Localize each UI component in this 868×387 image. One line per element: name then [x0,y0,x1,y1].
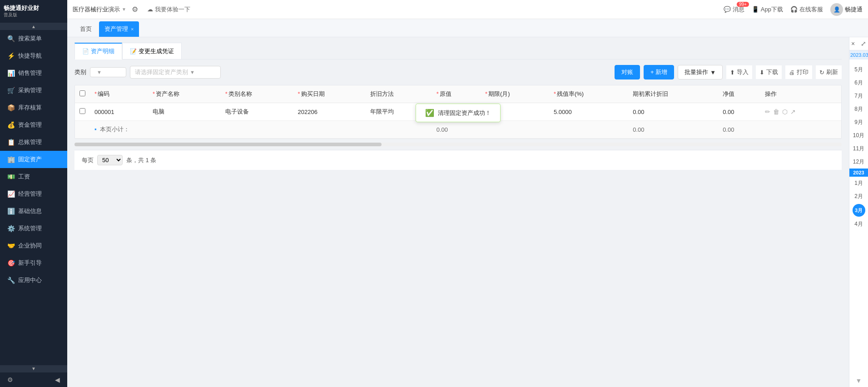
horizontal-scrollbar[interactable] [74,139,842,150]
tab-asset-management[interactable]: 资产管理 × [99,21,139,37]
sidebar-item-label: 经营管理 [18,190,42,198]
sidebar-item-search[interactable]: 🔍 搜索菜单 [0,30,67,47]
right-panel-month-9[interactable]: 9月 [849,116,868,129]
sidebar-item-fixed-assets[interactable]: 🏢 固定资产 [0,151,67,168]
sidebar-item-quick-nav[interactable]: ⚡ 快捷导航 [0,47,67,64]
customer-service-button[interactable]: 🎧 在线客服 [790,5,823,14]
edit-icon[interactable]: ✏ [765,108,770,115]
right-panel-month-5[interactable]: 5月 [849,63,868,76]
subtotal-empty-checkbox [75,121,90,139]
per-page-select[interactable]: 50 100 200 [97,155,123,165]
sidebar-item-basic-info[interactable]: ℹ️ 基础信息 [0,203,67,220]
sidebar-item-ledger[interactable]: 📋 总账管理 [0,134,67,151]
sidebar-scroll-down[interactable]: ▼ [0,365,67,372]
sidebar-item-purchase[interactable]: 🛒 采购管理 [0,82,67,99]
tab-close-button[interactable]: × [131,26,134,32]
sidebar-item-finance[interactable]: 💰 资金管理 [0,116,67,134]
sidebar-item-app-center[interactable]: 🔧 应用中心 [0,272,67,289]
right-panel-header: × ⤢ [849,37,868,50]
filter-asset-category-input[interactable]: 请选择固定资产类别 ▼ [130,66,221,79]
user-area[interactable]: 👤 畅捷通 [830,3,863,16]
right-panel-month-3-active[interactable]: 3月 [853,204,865,217]
sidebar-nav: 🔍 搜索菜单 ⚡ 快捷导航 📊 销售管理 🛒 采购管理 📦 库存核算 💰 资金管… [0,30,67,365]
right-panel-month-1[interactable]: 1月 [849,177,868,190]
company-title[interactable]: 医疗器械行业演示 ▼ [73,5,126,14]
right-panel-expand-icon[interactable]: ⤢ [861,40,866,47]
sidebar-item-cooperation[interactable]: 🤝 企业协同 [0,237,67,254]
subtotal-residual [549,121,628,139]
fixed-assets-icon: 🏢 [7,156,15,163]
sub-tab-asset-list[interactable]: 📄 资产明细 [74,43,122,60]
cell-purchase-date: 202206 [293,103,366,121]
delete-icon[interactable]: 🗑 [773,108,779,115]
reconcile-button[interactable]: 对账 [615,65,640,79]
tab-home[interactable]: 首页 [74,21,97,37]
print-icon: 🖨 [789,69,795,76]
right-panel-month-12[interactable]: 12月 [849,155,868,169]
select-all-header[interactable] [75,85,90,103]
right-panel-month-2[interactable]: 2月 [849,190,868,203]
subtotal-period [481,121,549,139]
app-download-button[interactable]: 📱 App下载 [752,5,783,14]
category-dropdown-icon: ▼ [97,69,102,75]
toolbar-right: 对账 + 新增 批量操作 ▼ ⬆ 导入 ⬇ 下载 [615,65,842,79]
tab-label: 资产管理 [104,25,128,33]
sidebar-item-label: 资金管理 [18,121,42,129]
right-panel-month-11[interactable]: 11月 [849,142,868,155]
right-panel-month-6[interactable]: 6月 [849,76,868,89]
filter-category-select[interactable]: ▼ [90,67,126,77]
row-checkbox[interactable] [79,108,85,114]
refresh-button[interactable]: ↻ 刷新 [816,65,842,79]
filter-category-label: 类别 [74,68,86,76]
message-badge: 99+ [737,2,749,7]
row-checkbox-cell[interactable] [75,103,90,121]
right-panel-month-10[interactable]: 10月 [849,129,868,142]
basic-info-icon: ℹ️ [7,208,15,215]
more-icon[interactable]: ↗ [790,108,796,115]
sidebar-scroll-up[interactable]: ▲ [0,23,67,30]
scrollbar-thumb[interactable] [74,143,382,146]
print-button[interactable]: 🖨 打印 [785,65,812,79]
sub-tab-label: 资产明细 [91,47,114,55]
inventory-icon: 📦 [7,104,15,111]
toolbar-left: 类别 ▼ 请选择固定资产类别 ▼ [74,66,611,79]
new-button[interactable]: + 新增 [644,65,674,79]
cooperation-icon: 🤝 [7,242,15,249]
import-button[interactable]: ⬆ 导入 [726,65,752,79]
select-all-checkbox[interactable] [79,90,85,96]
sidebar-item-label: 销售管理 [18,69,42,77]
download-button[interactable]: ⬇ 下载 [756,65,782,79]
sidebar-item-sales[interactable]: 📊 销售管理 [0,64,67,82]
settings-icon[interactable]: ⚙ [7,376,13,383]
right-panel-year-label[interactable]: 2023.03 [849,50,868,60]
collapse-icon[interactable]: ◀ [55,376,60,383]
sub-tab-change-voucher[interactable]: 📝 变更生成凭证 [122,43,182,59]
scrollbar-track[interactable] [74,143,842,146]
customer-service-icon: 🎧 [790,6,798,13]
right-panel-close-icon[interactable]: × [851,40,855,47]
refresh-icon: ↻ [819,69,824,76]
right-panel-month-4[interactable]: 4月 [849,218,868,231]
sidebar-item-label: 固定资产 [18,155,42,164]
toast-message: 清理固定资产成功！ [438,109,491,117]
col-depreciation-method: 折旧方法 [366,85,432,103]
copy-icon[interactable]: ⬡ [782,108,788,115]
sidebar-item-label: 应用中心 [18,276,42,284]
sidebar-item-label: 新手引导 [18,259,42,267]
sidebar-item-system[interactable]: ⚙️ 系统管理 [0,220,67,237]
message-button[interactable]: 💬 消息 99+ [724,5,744,14]
sidebar-item-operations[interactable]: 📈 经营管理 [0,185,67,203]
experience-button[interactable]: ☁ 我要体验一下 [147,5,190,14]
right-panel-month-8[interactable]: 8月 [849,103,868,116]
right-panel-down-icon[interactable]: ▼ [853,374,865,387]
sidebar-item-label: 工资 [18,173,30,181]
sidebar-item-inventory[interactable]: 📦 库存核算 [0,99,67,116]
sidebar-item-payroll[interactable]: 💵 工资 [0,168,67,185]
topbar-settings-icon[interactable]: ⚙ [132,5,138,14]
import-icon: ⬆ [730,69,735,76]
batch-button[interactable]: 批量操作 ▼ [678,65,723,79]
sidebar-item-guide[interactable]: 🎯 新手引导 [0,254,67,272]
sub-tab-label: 变更生成凭证 [139,47,174,55]
right-panel-month-7[interactable]: 7月 [849,89,868,103]
main-content: 📄 资产明细 📝 变更生成凭证 类别 ▼ 请选择固定资产类 [67,37,849,387]
